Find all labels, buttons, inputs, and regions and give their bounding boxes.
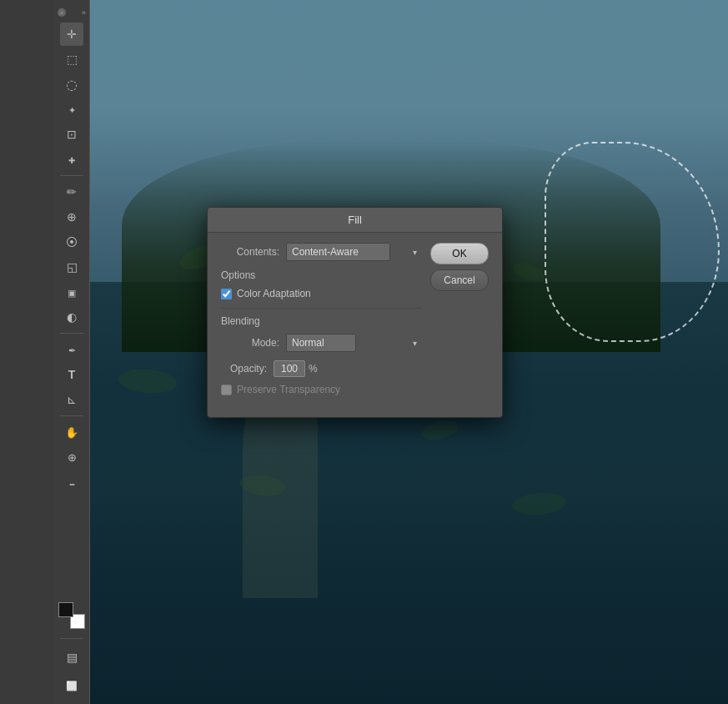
contents-row: Contents: Content-Aware Foreground Color…	[221, 243, 422, 261]
tool-gradient[interactable]	[60, 280, 83, 304]
tool-hand[interactable]	[60, 420, 83, 444]
history-brush-icon	[66, 235, 78, 249]
contents-select[interactable]: Content-Aware Foreground Color Backgroun…	[286, 243, 390, 261]
tool-lasso[interactable]	[60, 73, 83, 96]
dialog-main-content: Contents: Content-Aware Foreground Color…	[221, 243, 422, 404]
mode-select[interactable]: Normal Dissolve Multiply Screen Overlay …	[286, 334, 356, 352]
color-adaptation-row: Color Adaptation	[221, 288, 422, 299]
opacity-input[interactable]	[274, 360, 305, 377]
toolbar-close-button[interactable]: ×	[58, 8, 66, 17]
tool-type[interactable]	[60, 363, 83, 386]
gradient-icon	[68, 285, 76, 299]
heal-icon	[68, 153, 75, 166]
foreground-color-swatch[interactable]	[58, 602, 73, 617]
tool-more[interactable]	[60, 470, 83, 494]
dialog-title: Fill	[348, 214, 362, 226]
dialog-buttons: OK Cancel	[430, 243, 489, 404]
tool-zoom[interactable]	[60, 445, 83, 469]
tool-brush[interactable]	[60, 180, 83, 204]
move-icon	[67, 28, 77, 41]
pen-icon	[68, 343, 76, 356]
preserve-transparency-checkbox[interactable]	[221, 385, 232, 395]
contents-select-wrapper: Content-Aware Foreground Color Backgroun…	[286, 243, 422, 261]
tool-eraser[interactable]	[60, 255, 83, 279]
more-tools-icon	[69, 475, 73, 489]
magic-wand-icon	[68, 103, 76, 116]
lasso-icon	[66, 77, 78, 93]
opacity-label: Opacity:	[221, 363, 267, 375]
channels-icon	[67, 651, 78, 664]
toolbar-bottom-section	[58, 599, 85, 704]
tool-path-select[interactable]	[60, 388, 83, 411]
preserve-transparency-row: Preserve Transparency	[221, 384, 422, 395]
toolbar-divider-2	[60, 333, 83, 334]
tool-channels[interactable]	[60, 646, 83, 669]
tool-heal[interactable]	[60, 148, 83, 171]
tool-dodge[interactable]	[60, 305, 83, 329]
clone-icon	[67, 210, 77, 224]
opacity-row: Opacity: %	[221, 360, 422, 377]
contents-label: Contents:	[221, 246, 279, 258]
dialog-titlebar: Fill	[208, 208, 502, 233]
preserve-transparency-label[interactable]: Preserve Transparency	[237, 384, 340, 395]
toolbar-divider-3	[60, 415, 83, 416]
crop-icon	[67, 128, 77, 141]
tool-artboard[interactable]	[60, 673, 83, 696]
tool-magic-wand[interactable]	[60, 98, 83, 121]
tool-crop[interactable]	[60, 123, 83, 146]
color-adaptation-checkbox[interactable]	[221, 289, 232, 299]
cancel-button[interactable]: Cancel	[430, 269, 489, 291]
path-select-icon	[67, 393, 77, 406]
tool-select-rect[interactable]	[60, 48, 83, 71]
section-divider	[221, 308, 422, 309]
mode-select-wrapper: Normal Dissolve Multiply Screen Overlay …	[286, 334, 422, 352]
blending-section-label: Blending	[221, 315, 422, 327]
toolbar-header: × »	[54, 7, 89, 22]
zoom-icon	[68, 450, 77, 464]
tool-move[interactable]	[60, 23, 83, 46]
dialog-body: Contents: Content-Aware Foreground Color…	[208, 233, 502, 417]
toolbar-divider-4	[60, 638, 83, 639]
tool-history-brush[interactable]	[60, 230, 83, 254]
artboard-icon	[66, 678, 78, 691]
ok-button[interactable]: OK	[430, 243, 489, 264]
tool-clone[interactable]	[60, 205, 83, 229]
dodge-icon	[67, 310, 77, 324]
brush-icon	[67, 185, 77, 199]
fill-dialog: Fill Contents: Content-Aware Foreground …	[207, 207, 503, 418]
opacity-unit: %	[309, 363, 318, 375]
canvas-area: × »	[0, 0, 728, 704]
mode-label: Mode:	[221, 337, 279, 349]
toolbar-expand-button[interactable]: »	[82, 8, 86, 17]
color-adaptation-label[interactable]: Color Adaptation	[237, 288, 311, 299]
color-swatches[interactable]	[58, 602, 85, 629]
toolbar: × »	[54, 0, 90, 704]
eraser-icon	[67, 260, 78, 274]
select-rect-icon	[67, 53, 78, 66]
mode-row: Mode: Normal Dissolve Multiply Screen Ov…	[221, 334, 422, 352]
toolbar-divider-1	[60, 175, 83, 176]
hand-icon	[65, 425, 78, 439]
tool-pen[interactable]	[60, 338, 83, 361]
type-icon	[68, 368, 76, 381]
options-section-label: Options	[221, 269, 422, 281]
